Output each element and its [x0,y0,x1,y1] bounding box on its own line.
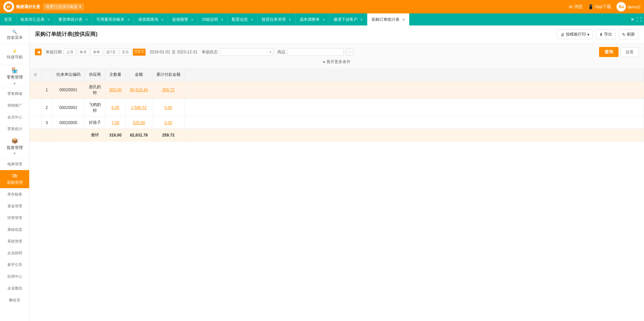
status-filter-label: 单据状态 [202,49,218,55]
sidebar-item-retail-shop[interactable]: 零售商城 [0,88,29,100]
app-download-btn[interactable]: 📱 App下载 [588,4,611,10]
filter-action-btns: 查询 设置 [599,47,639,57]
filter-collapse-btn[interactable]: ◀ [35,49,42,55]
goods-input[interactable] [287,48,344,56]
sidebar-item-finance[interactable]: 资金管理 [0,200,29,212]
date-shortcut-7days[interactable]: 近7天 [104,49,118,56]
window-maximize-icon[interactable]: ⛶ [637,17,641,22]
td-row3-amount[interactable]: 525.80 [126,117,152,129]
td-row2-paid[interactable]: 0.00 [152,99,184,117]
sidebar-item-operations[interactable]: 经营管理 [0,212,29,224]
row2-paid-link[interactable]: 0.00 [164,105,172,110]
download-icon: 📱 [588,4,593,9]
expand-more-btn[interactable]: ▾ 展开更多条件 [35,59,639,65]
tab-warranty-query-close[interactable]: ✕ [161,18,164,21]
col-settings-icon[interactable]: ⚙ [34,72,37,77]
sidebar-item-system-mgmt[interactable]: 系统管理 [0,235,29,247]
tab-receive-summary-close[interactable]: ✕ [47,18,50,21]
search-menu-btn[interactable]: 🔍 搜索菜单 [3,28,26,42]
row3-paid-link[interactable]: 0.00 [164,120,172,125]
window-close-icon[interactable]: ✕ [631,17,635,22]
tab-cost-adjust[interactable]: 成本调整单 ✕ [296,13,329,25]
settings-btn[interactable]: 设置 [621,47,639,57]
td-row2-quantity[interactable]: 6.00 [105,99,126,117]
row1-amount-link[interactable]: 60,519.44 [130,88,148,92]
table-footer-row: 合计 316.00 62,631.76 259.72 [30,129,644,142]
export-btn[interactable]: ⬇ 导出 [596,30,616,39]
td-row2-amount[interactable]: 1,586.52 [126,99,152,117]
tab-config-info-label: 配置信息 [232,17,248,22]
tab-pick-task-close[interactable]: ✕ [288,18,291,21]
tab-purchase-order-stats[interactable]: 采购订单统计表 ✕ [367,13,409,25]
quick-nav-btn[interactable]: ⚡ 快捷导航 [3,48,26,61]
tab-inventory-ledger[interactable]: 可用量库存账本 ✕ [92,13,134,25]
nav-tabs: 首页 收发存汇总表 ✕ 要货单统计表 ✕ 可用量库存账本 ✕ 保质期查询 ✕ 超… [0,13,644,25]
tab-invite-downstream[interactable]: 邀请下游客户 ✕ [329,13,367,25]
enterprise-wechat-label: 企业微信 [7,286,22,291]
refresh-btn[interactable]: ↻ 刷新 [619,30,639,39]
tab-warranty-query[interactable]: 保质期查询 ✕ [134,13,168,25]
tab-inventory-ledger-label: 可用量库存账本 [96,17,124,22]
td-row3-paid[interactable]: 0.00 [152,117,184,129]
tab-home[interactable]: 首页 [0,13,16,25]
tab-order-stats[interactable]: 要货单统计表 ✕ [54,13,92,25]
tab-inventory-ledger-close[interactable]: ✕ [127,18,130,21]
tab-invite-downstream-label: 邀请下游客户 [333,17,358,22]
goods-more-btn[interactable]: ··· [346,48,354,56]
row3-amount-link[interactable]: 525.80 [133,120,145,125]
date-shortcut-this-year[interactable]: 本年 [91,49,103,56]
sidebar-item-inventory[interactable]: 库存核算 [0,189,29,200]
sidebar-item-basic-info[interactable]: 基础信息 [0,224,29,235]
page-header: 采购订单统计表(按供应商) 🖨 按模板打印 ▾ ⬇ 导出 ↻ 刷新 [30,25,644,44]
breadcrumb[interactable]: 母婴行业演示账套 ▾ [43,3,84,10]
wholesale-icon: 📦 [11,138,18,144]
sidebar-item-app-center[interactable]: 应用中心 [0,271,29,282]
tab-pick-task[interactable]: 拣货任务管理 ✕ [258,13,296,25]
print-btn[interactable]: 🖨 按模板打印 ▾ [557,30,593,39]
sidebar-item-retail-stats[interactable]: 零售统计 [0,123,29,135]
tab-overstock-warning[interactable]: 超储预警 ✕ [168,13,198,25]
date-shortcut-more[interactable]: 更多 [119,49,131,56]
message-btn[interactable]: ✉ 消息 [569,4,583,10]
status-select[interactable] [220,48,273,56]
date-shortcut-last-month[interactable]: 上月 [64,49,76,56]
row1-quantity-link[interactable]: 303.00 [109,88,122,92]
sidebar-item-new-guide[interactable]: 新手引导 [0,259,29,271]
tab-order-stats-close[interactable]: ✕ [85,18,88,21]
tab-invite-downstream-close[interactable]: ✕ [360,18,363,21]
tab-function-desc[interactable]: 功能说明 ✕ [198,13,228,25]
sidebar-item-chang-member[interactable]: 畅会员 [0,294,29,306]
row2-quantity-link[interactable]: 6.00 [111,105,119,110]
sidebar-item-enterprise-wechat[interactable]: 企业微信 [0,282,29,294]
table-row: 3 00020005 好孩子 7.00 525.80 0.00 [30,117,644,129]
tfoot-empty1 [30,129,42,142]
table-row: 2 00020002 飞鹤奶粉 6.00 1,586.52 0.00 [30,99,644,117]
td-row1-quantity[interactable]: 303.00 [105,81,126,99]
date-shortcut-this-month[interactable]: 本月 [77,49,89,56]
table-area: ⚙ 往来单位编码 供应商 主数量 金额 累计付款金额 [30,68,644,142]
sidebar-item-retail-mgmt[interactable]: 🏪 零售管理 ▲ [0,64,29,88]
sidebar-item-enterprise-collab[interactable]: 企业协同 [0,247,29,259]
search-icon: 🔍 [12,30,17,34]
td-row1-amount[interactable]: 60,519.44 [126,81,152,99]
row1-paid-link[interactable]: 259.72 [162,88,174,92]
user-area[interactable]: Ea demo2 [616,2,641,11]
sidebar-item-wholesale-mgmt[interactable]: 📦 批发管理 ▼ [0,135,29,158]
sidebar-item-member-center[interactable]: 会员中心 [0,111,29,123]
query-btn[interactable]: 查询 [599,47,619,57]
tab-config-info[interactable]: 配置信息 ✕ [228,13,258,25]
row3-quantity-link[interactable]: 7.00 [111,120,119,125]
tab-config-info-close[interactable]: ✕ [251,18,253,21]
td-row3-quantity[interactable]: 7.00 [105,117,126,129]
sidebar-item-ecommerce[interactable]: 电商管理 [0,158,29,170]
tab-cost-adjust-close[interactable]: ✕ [322,18,325,21]
row2-amount-link[interactable]: 1,586.52 [131,105,147,110]
td-row1-paid[interactable]: 259.72 [152,81,184,99]
tab-function-desc-close[interactable]: ✕ [221,18,223,21]
main-layout: 🔍 搜索菜单 ⚡ 快捷导航 🏪 零售管理 ▲ 零售商城 营销推广 会员中心 零售… [0,25,644,321]
tab-overstock-warning-close[interactable]: ✕ [191,18,194,21]
sidebar-item-marketing[interactable]: 营销推广 [0,100,29,111]
sidebar-item-purchase-mgmt[interactable]: 🛍 采购管理 [0,170,29,189]
tab-receive-summary[interactable]: 收发存汇总表 ✕ [16,13,54,25]
tab-purchase-order-stats-close[interactable]: ✕ [402,18,405,21]
